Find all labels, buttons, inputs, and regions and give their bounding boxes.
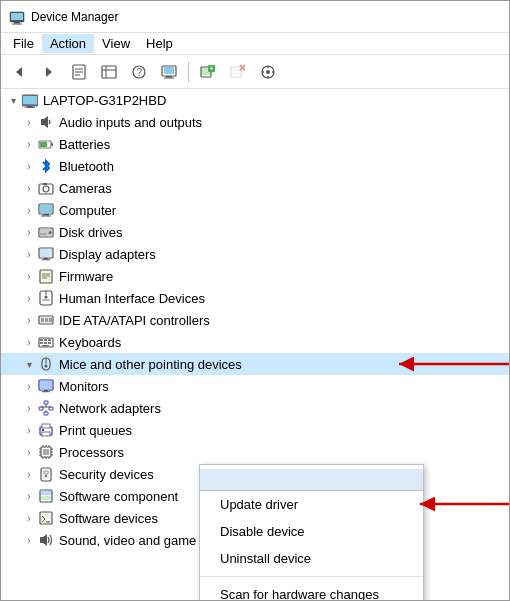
svg-point-118 <box>45 475 47 477</box>
software-comp-icon <box>37 487 55 505</box>
computer-icon <box>37 201 55 219</box>
svg-marker-4 <box>16 67 22 77</box>
svg-rect-75 <box>44 342 47 344</box>
cameras-expand-icon: › <box>21 180 37 196</box>
svg-rect-24 <box>232 68 240 75</box>
svg-rect-72 <box>44 339 47 341</box>
tree-item-hid[interactable]: › Human Interface Devices <box>1 287 509 309</box>
security-icon <box>37 465 55 483</box>
tree-item-monitors[interactable]: › Monitors <box>1 375 509 397</box>
keyboards-icon <box>37 333 55 351</box>
tree-item-ide[interactable]: › IDE ATA/ATAPI controllers <box>1 309 509 331</box>
uninstall-device-label: Uninstall device <box>220 551 311 566</box>
svg-rect-39 <box>51 143 53 146</box>
firmware-label: Firmware <box>59 269 113 284</box>
software-comp-expand-icon: › <box>21 488 37 504</box>
network-expand-icon: › <box>21 400 37 416</box>
menu-bar: File Action View Help <box>1 33 509 55</box>
bluetooth-icon <box>37 157 55 175</box>
tree-item-display[interactable]: › Display adapters <box>1 243 509 265</box>
tree-item-disk[interactable]: › Disk drives <box>1 221 509 243</box>
svg-rect-92 <box>44 412 48 415</box>
console-button[interactable] <box>155 59 183 85</box>
add-driver-button[interactable]: + <box>194 59 222 85</box>
mice-arrow <box>394 355 509 373</box>
svg-rect-47 <box>41 216 51 217</box>
context-menu-disable[interactable]: Disable device <box>200 518 423 545</box>
context-menu-scan[interactable]: Scan for hardware changes <box>200 581 423 600</box>
svg-rect-45 <box>40 205 52 213</box>
context-menu: Update driver Disable device Uninstall d… <box>199 464 424 600</box>
processors-label: Processors <box>59 445 124 460</box>
menu-action[interactable]: Action <box>42 34 94 53</box>
back-button[interactable] <box>5 59 33 85</box>
monitors-label: Monitors <box>59 379 109 394</box>
mice-expand-icon: ▾ <box>21 356 37 372</box>
disk-label: Disk drives <box>59 225 123 240</box>
menu-file[interactable]: File <box>5 34 42 53</box>
mice-label: Mice and other pointing devices <box>59 357 242 372</box>
tree-item-processors[interactable]: › Proces <box>1 441 509 463</box>
uninstall-button[interactable] <box>224 59 252 85</box>
svg-rect-18 <box>164 77 174 78</box>
svg-point-80 <box>45 365 48 368</box>
bluetooth-label: Bluetooth <box>59 159 114 174</box>
svg-rect-89 <box>44 401 48 404</box>
tree-item-firmware[interactable]: › Firmware <box>1 265 509 287</box>
svg-marker-5 <box>46 67 52 77</box>
tree-item-cameras[interactable]: › Cameras <box>1 177 509 199</box>
title-bar: Device Manager <box>1 1 509 33</box>
audio-icon <box>37 113 55 131</box>
svg-point-50 <box>49 231 52 234</box>
scan-button[interactable] <box>254 59 282 85</box>
context-menu-update[interactable]: Update driver <box>200 491 423 518</box>
security-label: Security devices <box>59 467 154 482</box>
forward-button[interactable] <box>35 59 63 85</box>
svg-point-28 <box>266 70 270 74</box>
svg-text:+: + <box>210 65 214 72</box>
toolbar-sep-1 <box>188 62 189 82</box>
ide-expand-icon: › <box>21 312 37 328</box>
svg-rect-67 <box>41 318 44 322</box>
menu-view[interactable]: View <box>94 34 138 53</box>
menu-help[interactable]: Help <box>138 34 181 53</box>
svg-rect-40 <box>40 142 47 147</box>
batteries-label: Batteries <box>59 137 110 152</box>
tree-item-keyboards[interactable]: › Keyboards <box>1 331 509 353</box>
audio-expand-icon: › <box>21 114 37 130</box>
tree-item-computer[interactable]: › Computer <box>1 199 509 221</box>
sound-expand-icon: › <box>21 532 37 548</box>
root-expand-icon: ▾ <box>5 92 21 108</box>
hid-expand-icon: › <box>21 290 37 306</box>
tree-item-bluetooth[interactable]: › Bluetooth <box>1 155 509 177</box>
ide-label: IDE ATA/ATAPI controllers <box>59 313 210 328</box>
software-dev-label: Software devices <box>59 511 158 526</box>
processors-icon <box>37 443 55 461</box>
help-button[interactable]: ? <box>125 59 153 85</box>
tree-item-print[interactable]: › Print queues <box>1 419 509 441</box>
svg-point-63 <box>45 296 48 299</box>
svg-marker-127 <box>40 534 47 546</box>
svg-rect-76 <box>48 342 51 344</box>
security-expand-icon: › <box>21 466 37 482</box>
svg-rect-55 <box>42 259 50 260</box>
tree-root[interactable]: ▾ LAPTOP-G31P2HBD <box>1 89 509 111</box>
print-expand-icon: › <box>21 422 37 438</box>
tree-view[interactable]: ▾ LAPTOP-G31P2HBD › Audio inputs and <box>1 89 509 600</box>
svg-marker-37 <box>41 116 48 128</box>
computer-label: Computer <box>59 203 116 218</box>
show-all-button[interactable] <box>95 59 123 85</box>
context-menu-subheader-text <box>210 473 213 487</box>
software-dev-icon <box>37 509 55 527</box>
svg-rect-53 <box>40 249 52 257</box>
tree-item-batteries[interactable]: › Batteries <box>1 133 509 155</box>
tree-item-mice[interactable]: ▾ Mice and other pointing devices <box>1 353 509 375</box>
tree-item-network[interactable]: › Network adapters <box>1 397 509 419</box>
batteries-icon <box>37 135 55 153</box>
properties-button[interactable] <box>65 59 93 85</box>
tree-item-audio[interactable]: › Audio inputs and outputs <box>1 111 509 133</box>
root-label: LAPTOP-G31P2HBD <box>43 93 166 108</box>
cameras-label: Cameras <box>59 181 112 196</box>
context-menu-uninstall[interactable]: Uninstall device <box>200 545 423 572</box>
keyboards-label: Keyboards <box>59 335 121 350</box>
